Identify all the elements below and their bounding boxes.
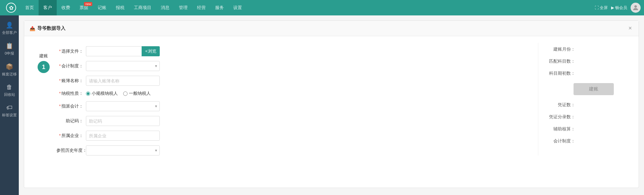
build-account-button[interactable]: 建账 bbox=[574, 83, 614, 95]
trash-icon: 🗑 bbox=[6, 84, 12, 91]
step-indicator: 建账 1 bbox=[38, 43, 50, 73]
form-section: 建账 1 *选择文件： +浏览 bbox=[38, 43, 531, 155]
tax-general-option[interactable]: 一般纳税人 bbox=[123, 90, 151, 96]
top-navigation: ✿ 首页 客户 收费 票据 new 记账 报税 工商项目 消息 管理 经营 服务… bbox=[0, 0, 644, 15]
accounting-system-label: *会计制度： bbox=[56, 63, 83, 69]
company-label: *所属企业： bbox=[56, 133, 83, 139]
dialog-close-button[interactable]: × bbox=[627, 25, 633, 32]
sidebar-item-all-clients[interactable]: 👤 全部客户 bbox=[0, 19, 19, 38]
user-avatar[interactable] bbox=[631, 3, 641, 13]
sidebar-item-trash[interactable]: 🗑 回收站 bbox=[0, 81, 19, 100]
file-label: *选择文件： bbox=[56, 48, 83, 54]
dialog-body: 建账 1 *选择文件： +浏览 bbox=[24, 36, 639, 162]
dialog-title: 📤 导爷数据导入 bbox=[30, 25, 65, 31]
memo-code-label: 助记码： bbox=[56, 118, 83, 124]
ledger-name-input[interactable] bbox=[86, 76, 160, 86]
file-input[interactable] bbox=[86, 46, 142, 56]
nav-item-business[interactable]: 工商项目 bbox=[129, 0, 156, 15]
nav-item-home[interactable]: 首页 bbox=[20, 0, 39, 15]
build-month-label: 建账月份： bbox=[545, 46, 575, 52]
voucher-count-row: 凭证数： bbox=[545, 102, 625, 108]
file-select-row: *选择文件： +浏览 bbox=[56, 46, 531, 56]
nav-item-service[interactable]: 服务 bbox=[210, 0, 229, 15]
subjects-period-row: 科目期初数： bbox=[545, 70, 625, 76]
accounting-system-select-wrapper bbox=[86, 61, 160, 71]
voucher-count-label: 凭证数： bbox=[545, 102, 575, 108]
company-row: *所属企业： bbox=[56, 131, 531, 141]
accountant-select[interactable] bbox=[86, 101, 160, 111]
ledger-name-row: *账簿名称： bbox=[56, 76, 531, 86]
form-fields: *选择文件： +浏览 *会计制度： bbox=[56, 43, 531, 155]
nav-item-operation[interactable]: 经营 bbox=[192, 0, 210, 15]
accounting-system-select[interactable] bbox=[86, 61, 160, 71]
history-year-select[interactable] bbox=[86, 145, 160, 155]
nav-item-client[interactable]: 客户 bbox=[39, 0, 57, 15]
match-subjects-row: 匹配科目数： bbox=[545, 58, 625, 64]
main-content: 📤 导爷数据导入 × 建账 1 * bbox=[19, 15, 644, 195]
sidebar-item-tag-settings[interactable]: 🏷 标签设置 bbox=[0, 102, 19, 120]
nav-item-fee[interactable]: 收费 bbox=[57, 0, 75, 15]
tax-type-radio-group: 小规模纳税人 一般纳税人 bbox=[86, 90, 151, 96]
tag-settings-icon: 🏷 bbox=[6, 104, 12, 111]
nav-item-manage[interactable]: 管理 bbox=[174, 0, 192, 15]
tax-small-option[interactable]: 小规模纳税人 bbox=[86, 90, 118, 96]
nav-item-invoice[interactable]: 票据 new bbox=[75, 0, 93, 15]
import-dialog: 📤 导爷数据导入 × 建账 1 * bbox=[24, 20, 639, 188]
import-icon: 📤 bbox=[30, 26, 35, 31]
auxiliary-label: 辅助核算： bbox=[545, 126, 575, 132]
history-year-label: 参照历史年度： bbox=[56, 147, 83, 153]
logo-icon: ✿ bbox=[6, 3, 16, 13]
nav-badge-new: new bbox=[84, 2, 92, 6]
build-month-row: 建账月份： bbox=[545, 46, 625, 52]
info-accounting-system-label: 会计制度： bbox=[545, 138, 575, 144]
accountant-select-wrapper bbox=[86, 101, 160, 111]
voucher-entries-label: 凭证分录数： bbox=[545, 114, 575, 120]
nav-item-message[interactable]: 消息 bbox=[156, 0, 174, 15]
account-migration-icon: 📦 bbox=[6, 63, 13, 70]
step-circle: 1 bbox=[38, 61, 50, 73]
accounting-system-row: *会计制度： bbox=[56, 61, 531, 71]
nav-item-tax[interactable]: 报税 bbox=[111, 0, 129, 15]
company-input[interactable] bbox=[86, 131, 160, 141]
tax-general-radio[interactable] bbox=[123, 91, 128, 96]
file-input-group: +浏览 bbox=[86, 46, 160, 56]
step-label: 建账 bbox=[39, 53, 48, 59]
info-accounting-system-row: 会计制度： bbox=[545, 138, 625, 144]
history-year-row: 参照历史年度： bbox=[56, 145, 531, 155]
history-year-select-wrapper bbox=[86, 145, 160, 155]
subjects-period-label: 科目期初数： bbox=[545, 70, 575, 76]
nav-right: ⛶ 全屏 ▶ 畅会员 bbox=[595, 3, 641, 13]
app-logo: ✿ bbox=[3, 0, 19, 15]
nav-item-bookkeeping[interactable]: 记账 bbox=[93, 0, 111, 15]
member-icon: ▶ bbox=[611, 5, 614, 10]
fullscreen-button[interactable]: ⛶ 全屏 bbox=[595, 5, 608, 11]
sidebar: 👤 全部客户 📋 0申报 📦 账套迁移 🗑 回收站 🏷 标签设置 bbox=[0, 15, 19, 195]
ledger-name-label: *账簿名称： bbox=[56, 78, 83, 84]
fullscreen-icon: ⛶ bbox=[595, 5, 599, 10]
browse-button[interactable]: +浏览 bbox=[142, 46, 160, 56]
accountant-label: *指派会计： bbox=[56, 103, 83, 109]
tax-type-label: *纳税性质： bbox=[56, 90, 83, 96]
voucher-entries-row: 凭证分录数： bbox=[545, 114, 625, 120]
nav-items: 首页 客户 收费 票据 new 记账 报税 工商项目 消息 管理 经营 服务 设… bbox=[20, 0, 595, 15]
memo-code-input[interactable] bbox=[86, 116, 160, 126]
member-button[interactable]: ▶ 畅会员 bbox=[611, 5, 627, 11]
nav-item-settings[interactable]: 设置 bbox=[229, 0, 247, 15]
tax-small-radio[interactable] bbox=[86, 91, 90, 96]
memo-code-row: 助记码： bbox=[56, 116, 531, 126]
accountant-row: *指派会计： bbox=[56, 101, 531, 111]
all-clients-icon: 👤 bbox=[6, 21, 13, 29]
dialog-header: 📤 导爷数据导入 × bbox=[24, 21, 639, 36]
main-layout: 👤 全部客户 📋 0申报 📦 账套迁移 🗑 回收站 🏷 标签设置 📤 导爷 bbox=[0, 15, 644, 195]
zero-declaration-icon: 📋 bbox=[6, 42, 13, 50]
tax-type-row: *纳税性质： 小规模纳税人 一般纳税人 bbox=[56, 90, 531, 96]
svg-point-0 bbox=[634, 5, 637, 8]
info-section: 建账月份： 匹配科目数： 科目期初数： 建账 bbox=[538, 43, 625, 155]
auxiliary-row: 辅助核算： bbox=[545, 126, 625, 132]
sidebar-item-zero-declaration[interactable]: 📋 0申报 bbox=[0, 40, 19, 59]
sidebar-item-account-migration[interactable]: 📦 账套迁移 bbox=[0, 60, 19, 79]
match-subjects-label: 匹配科目数： bbox=[545, 58, 575, 64]
